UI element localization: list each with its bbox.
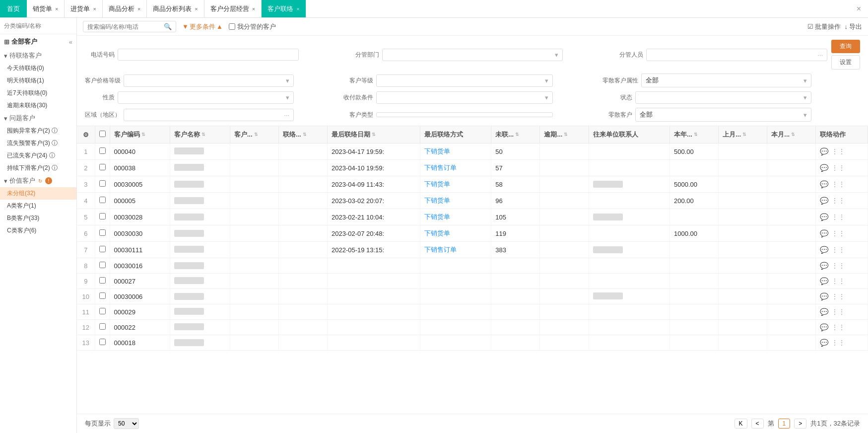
select-all-checkbox[interactable] [99,131,106,137]
nav-tab-sales[interactable]: 销货单 × [27,0,65,17]
adv-region-select[interactable]: ··· [124,109,294,121]
nav-tab-customer-contact-close[interactable]: × [296,6,299,12]
sidebar-item-class-a[interactable]: A类客户(1) [0,200,76,212]
row-comment-icon[interactable]: 💬 [820,164,828,172]
filter-my-customers[interactable]: 我分管的客户 [229,22,276,31]
adv-nature-select[interactable]: ▾ [118,91,294,104]
row-grid-icon[interactable]: ⋮⋮ [831,164,845,172]
export-btn[interactable]: ↓ 导出 [845,22,863,31]
sidebar-item-class-b[interactable]: B类客户(33) [0,212,76,224]
sidebar-collapse-icon[interactable]: « [69,38,72,46]
row-checkbox[interactable] [99,147,106,154]
row-grid-icon[interactable]: ⋮⋮ [831,308,845,316]
row-method-link[interactable]: 下销货单 [424,213,450,220]
nav-tab-analysis[interactable]: 商品分析 × [103,0,147,17]
row-comment-icon[interactable]: 💬 [820,308,828,316]
adv-payment-select[interactable]: ▾ [376,91,552,104]
row-method-link[interactable]: 下销货单 [424,180,450,188]
sidebar-all-customers[interactable]: ⊞ 全部客户 « [0,34,76,49]
row-checkbox-cell[interactable] [95,225,110,242]
adv-cust-level-select[interactable]: ▾ [376,74,552,87]
batch-operations-btn[interactable]: ☑ 批量操作 [807,22,841,31]
query-button[interactable]: 查询 [831,40,860,53]
next-page-btn[interactable]: > [794,419,806,429]
col-setting[interactable]: ⚙ [77,126,95,144]
filter-search-input[interactable] [87,23,162,30]
nav-tab-analysis-list[interactable]: 商品分析列表 × [147,0,204,17]
sidebar-item-7days[interactable]: 近7天待联络(0) [0,87,76,99]
row-checkbox[interactable] [99,277,106,284]
nav-tab-analysis-close[interactable]: × [137,6,140,12]
sidebar-item-tomorrow[interactable]: 明天待联络(1) [0,74,76,87]
row-checkbox-cell[interactable] [95,242,110,258]
nav-tab-purchase-close[interactable]: × [93,6,96,12]
prev-page-btn[interactable]: < [751,419,764,429]
row-grid-icon[interactable]: ⋮⋮ [831,246,845,254]
row-checkbox-cell[interactable] [95,193,110,209]
row-checkbox[interactable] [99,213,106,219]
adv-zero-retail-select[interactable]: 全部 ▾ [635,108,811,122]
nav-tab-customer-mgmt-close[interactable]: × [252,6,255,12]
sidebar-item-abnormal[interactable]: 囤购异常客户(2) ⓘ [0,125,76,137]
row-checkbox[interactable] [99,308,106,314]
row-grid-icon[interactable]: ⋮⋮ [831,229,845,237]
sidebar-item-lost[interactable]: 已流失客户(24) ⓘ [0,149,76,162]
sidebar-item-overdue[interactable]: 逾期未联络(30) [0,99,76,112]
adv-cust-type-select[interactable] [376,112,552,117]
filter-more-btn[interactable]: ▼ 更多条件 ▲ [182,22,223,31]
nav-window-close[interactable]: × [850,4,868,13]
row-checkbox-cell[interactable] [95,258,110,274]
nav-tab-purchase[interactable]: 进货单 × [65,0,102,17]
sidebar-group-problem[interactable]: ▾ 问题客户 [0,112,76,125]
row-comment-icon[interactable]: 💬 [820,323,828,331]
nav-tab-analysis-list-close[interactable]: × [195,6,198,12]
sidebar-item-warning[interactable]: 流失预警客户(3) ⓘ [0,137,76,149]
first-page-btn[interactable]: K [734,419,747,429]
row-method-link[interactable]: 下销售订单 [424,164,457,171]
nav-home[interactable]: 首页 [0,0,27,17]
nav-tab-customer-contact[interactable]: 客户联络 × [262,0,306,17]
refresh-icon[interactable]: ↻ [38,178,42,184]
adv-zero-retail-attr-select[interactable]: 全部 ▾ [641,73,811,87]
row-method-link[interactable]: 下销货单 [424,147,450,155]
adv-dept-select[interactable]: ▾ [382,49,563,61]
adv-price-level-select[interactable]: ▾ [124,74,294,87]
row-checkbox-cell[interactable] [95,289,110,304]
row-grid-icon[interactable]: ⋮⋮ [831,197,845,205]
row-comment-icon[interactable]: 💬 [820,246,828,254]
row-comment-icon[interactable]: 💬 [820,180,828,188]
row-checkbox-cell[interactable] [95,144,110,160]
row-checkbox[interactable] [99,229,106,236]
row-comment-icon[interactable]: 💬 [820,147,828,155]
row-comment-icon[interactable]: 💬 [820,339,828,347]
row-checkbox[interactable] [99,164,106,170]
row-checkbox[interactable] [99,197,106,203]
row-checkbox[interactable] [99,262,106,268]
row-method-link[interactable]: 下销货单 [424,197,450,204]
row-grid-icon[interactable]: ⋮⋮ [831,292,845,300]
sidebar-search-input[interactable] [4,22,77,29]
adv-manager-select[interactable]: ··· [646,49,827,61]
filter-search-icon[interactable]: 🔍 [164,23,172,30]
row-checkbox[interactable] [99,292,106,299]
row-grid-icon[interactable]: ⋮⋮ [831,277,845,285]
sidebar-item-declining[interactable]: 持续下滑客户(2) ⓘ [0,162,76,174]
row-grid-icon[interactable]: ⋮⋮ [831,213,845,221]
row-comment-icon[interactable]: 💬 [820,213,828,221]
sidebar-item-class-c[interactable]: C类客户(6) [0,224,76,237]
row-checkbox-cell[interactable] [95,176,110,193]
sidebar-group-value[interactable]: ▾ 价值客户 ↻ ! [0,174,76,187]
nav-tab-sales-close[interactable]: × [55,6,58,12]
row-checkbox[interactable] [99,323,106,330]
row-comment-icon[interactable]: 💬 [820,277,828,285]
row-comment-icon[interactable]: 💬 [820,229,828,237]
reset-button[interactable]: 设置 [831,55,860,70]
row-checkbox-cell[interactable] [95,209,110,225]
per-page-select[interactable]: 50 100 200 [114,418,139,429]
adv-phone-input[interactable] [118,49,299,61]
row-checkbox-cell[interactable] [95,320,110,335]
row-checkbox-cell[interactable] [95,160,110,176]
row-grid-icon[interactable]: ⋮⋮ [831,262,845,270]
row-grid-icon[interactable]: ⋮⋮ [831,323,845,331]
row-comment-icon[interactable]: 💬 [820,262,828,270]
